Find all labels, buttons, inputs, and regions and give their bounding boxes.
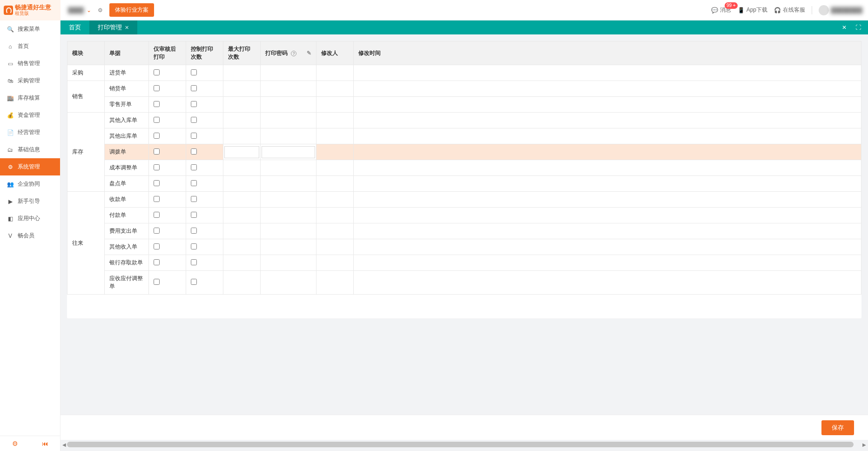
control-count-checkbox[interactable] bbox=[191, 259, 197, 265]
sidebar-item-6[interactable]: 📄经营管理 bbox=[0, 124, 60, 141]
control-count-checkbox[interactable] bbox=[191, 180, 197, 186]
control-count-checkbox[interactable] bbox=[191, 148, 197, 155]
help-icon[interactable]: ? bbox=[291, 51, 296, 56]
control-count-checkbox[interactable] bbox=[191, 279, 197, 285]
col-time-header: 修改时间 bbox=[354, 41, 861, 65]
sidebar-item-icon: ▶ bbox=[7, 198, 14, 205]
control-count-checkbox[interactable] bbox=[191, 69, 197, 75]
audit-only-checkbox[interactable] bbox=[154, 279, 160, 285]
modify-time-cell bbox=[354, 208, 861, 223]
audit-only-checkbox[interactable] bbox=[154, 101, 160, 107]
audit-only-checkbox[interactable] bbox=[154, 69, 160, 75]
fullscreen-icon[interactable]: ⛶ bbox=[853, 22, 863, 33]
save-button[interactable]: 保存 bbox=[821, 420, 854, 435]
print-management-panel: 模块 单据 仅审核后打印 控制打印次数 最大打印次数 打印密码 ? bbox=[67, 41, 861, 318]
gear-icon[interactable]: ⚙ bbox=[98, 7, 103, 13]
sidebar-item-1[interactable]: ⌂首页 bbox=[0, 38, 60, 55]
modify-time-cell bbox=[354, 97, 861, 113]
control-count-checkbox[interactable] bbox=[191, 228, 197, 234]
tab-1[interactable]: 打印管理✕ bbox=[89, 20, 137, 34]
settings-icon[interactable]: ⚙ bbox=[12, 440, 18, 447]
table-row: 销售销货单 bbox=[67, 81, 861, 97]
control-count-checkbox[interactable] bbox=[191, 101, 197, 107]
sidebar-item-10[interactable]: ▶新手引导 bbox=[0, 193, 60, 210]
audit-only-checkbox[interactable] bbox=[154, 148, 160, 155]
max-count-cell bbox=[223, 255, 261, 271]
sidebar-item-label: 应用中心 bbox=[18, 215, 40, 222]
close-all-tabs-icon[interactable]: ✕ bbox=[839, 22, 849, 33]
modifier-cell bbox=[316, 239, 354, 255]
audit-only-checkbox[interactable] bbox=[154, 243, 160, 249]
sidebar-item-3[interactable]: 🛍采购管理 bbox=[0, 72, 60, 89]
messages-link[interactable]: 💬 消息 99 + bbox=[711, 6, 731, 14]
print-pwd-cell bbox=[261, 81, 316, 97]
sidebar-item-2[interactable]: ▭销售管理 bbox=[0, 55, 60, 72]
control-count-checkbox[interactable] bbox=[191, 243, 197, 249]
audit-only-checkbox[interactable] bbox=[154, 259, 160, 265]
scrollbar-thumb[interactable] bbox=[67, 442, 854, 447]
doc-cell: 收款单 bbox=[105, 192, 149, 208]
audit-only-checkbox[interactable] bbox=[154, 133, 160, 139]
max-count-cell bbox=[223, 81, 261, 97]
audit-only-checkbox[interactable] bbox=[154, 164, 160, 170]
tab-0[interactable]: 首页 bbox=[61, 20, 89, 34]
control-count-checkbox[interactable] bbox=[191, 196, 197, 202]
print-pwd-input[interactable] bbox=[262, 146, 315, 158]
headset-icon: 🎧 bbox=[774, 7, 781, 13]
app-download-link[interactable]: 📱 App下载 bbox=[738, 6, 767, 14]
audit-only-checkbox[interactable] bbox=[154, 212, 160, 218]
control-count-checkbox[interactable] bbox=[191, 117, 197, 123]
modifier-cell bbox=[316, 65, 354, 81]
online-service-link[interactable]: 🎧 在线客服 bbox=[774, 6, 805, 14]
modifier-cell bbox=[316, 160, 354, 176]
sidebar-item-11[interactable]: ◧应用中心 bbox=[0, 210, 60, 227]
sidebar-item-label: 经营管理 bbox=[18, 128, 40, 136]
audit-only-checkbox[interactable] bbox=[154, 196, 160, 202]
audit-only-checkbox[interactable] bbox=[154, 180, 160, 186]
table-row: 成本调整单 bbox=[67, 160, 861, 176]
audit-only-checkbox[interactable] bbox=[154, 228, 160, 234]
control-count-cell bbox=[186, 239, 223, 255]
modify-time-cell bbox=[354, 271, 861, 295]
modify-time-cell bbox=[354, 128, 861, 144]
audit-only-checkbox[interactable] bbox=[154, 117, 160, 123]
doc-cell: 银行存取款单 bbox=[105, 255, 149, 271]
audit-only-cell bbox=[149, 81, 186, 97]
doc-cell: 费用支出单 bbox=[105, 223, 149, 239]
sidebar-item-4[interactable]: 🏬库存核算 bbox=[0, 89, 60, 107]
control-count-checkbox[interactable] bbox=[191, 212, 197, 218]
modifier-cell bbox=[316, 176, 354, 192]
company-selector[interactable]: ████ ⌄ ⚙ bbox=[68, 7, 109, 13]
audit-only-cell bbox=[149, 223, 186, 239]
control-count-checkbox[interactable] bbox=[191, 164, 197, 170]
experience-plan-button[interactable]: 体验行业方案 bbox=[109, 3, 154, 17]
control-count-checkbox[interactable] bbox=[191, 133, 197, 139]
max-count-input[interactable] bbox=[224, 146, 259, 158]
audit-only-checkbox[interactable] bbox=[154, 85, 160, 91]
modify-time-cell bbox=[354, 255, 861, 271]
tabs-bar: 首页打印管理✕ ✕ ⛶ bbox=[61, 20, 868, 34]
top-bar: 畅捷通好生意 租赁版 ████ ⌄ ⚙ 体验行业方案 💬 消息 99 + 📱 A… bbox=[0, 0, 868, 20]
table-row: 其他收入单 bbox=[67, 239, 861, 255]
sidebar-item-9[interactable]: 👥企业协同 bbox=[0, 175, 60, 193]
modify-time-cell bbox=[354, 192, 861, 208]
sidebar-item-0[interactable]: 🔍搜索菜单 bbox=[0, 20, 60, 38]
collapse-icon[interactable]: ⏮ bbox=[42, 440, 48, 447]
scroll-left-icon[interactable]: ◀ bbox=[61, 442, 67, 447]
max-count-cell bbox=[223, 160, 261, 176]
close-icon[interactable]: ✕ bbox=[125, 25, 129, 31]
sidebar-item-label: 新手引导 bbox=[18, 197, 40, 205]
sidebar-item-8[interactable]: ⚙系统管理 bbox=[0, 158, 60, 175]
sidebar-item-5[interactable]: 💰资金管理 bbox=[0, 107, 60, 124]
print-pwd-cell bbox=[261, 97, 316, 113]
horizontal-scrollbar[interactable]: ◀ ▶ bbox=[67, 442, 861, 447]
scroll-right-icon[interactable]: ▶ bbox=[861, 442, 867, 447]
doc-cell: 成本调整单 bbox=[105, 160, 149, 176]
sidebar-item-12[interactable]: V畅会员 bbox=[0, 227, 60, 244]
user-menu[interactable]: ████████ bbox=[819, 5, 862, 15]
table-row: 调拨单 bbox=[67, 144, 861, 160]
avatar bbox=[819, 5, 829, 15]
edit-icon[interactable]: ✎ bbox=[307, 50, 311, 56]
sidebar-item-7[interactable]: 🗂基础信息 bbox=[0, 141, 60, 158]
control-count-checkbox[interactable] bbox=[191, 85, 197, 91]
